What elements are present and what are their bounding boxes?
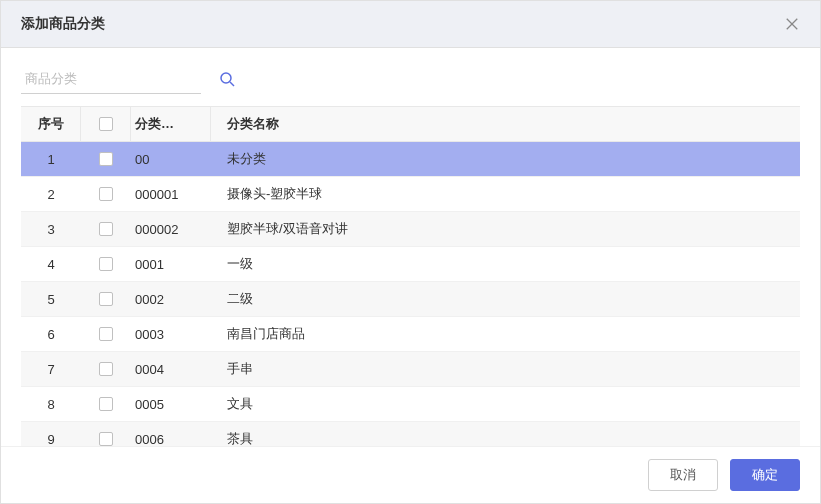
table-body[interactable]: 100未分类2000001摄像头-塑胶半球3000002塑胶半球/双语音对讲40… [21, 142, 800, 446]
row-code: 000002 [131, 214, 211, 245]
row-seq: 7 [21, 354, 81, 385]
dialog: 添加商品分类 序号 分类… [0, 0, 821, 504]
dialog-body: 序号 分类… 分类名称 100未分类2000001摄像头-塑胶半球3000002… [1, 48, 820, 446]
row-check-cell [81, 284, 131, 314]
row-code: 0002 [131, 284, 211, 315]
row-checkbox[interactable] [99, 327, 113, 341]
table: 序号 分类… 分类名称 100未分类2000001摄像头-塑胶半球3000002… [21, 106, 800, 446]
row-checkbox[interactable] [99, 222, 113, 236]
row-name: 未分类 [211, 142, 800, 176]
table-row[interactable]: 50002二级 [21, 282, 800, 317]
header-code: 分类… [131, 107, 211, 141]
table-row[interactable]: 100未分类 [21, 142, 800, 177]
row-seq: 1 [21, 144, 81, 175]
cancel-button[interactable]: 取消 [648, 459, 718, 491]
row-check-cell [81, 144, 131, 174]
table-row[interactable]: 80005文具 [21, 387, 800, 422]
row-code: 0003 [131, 319, 211, 350]
row-code: 000001 [131, 179, 211, 210]
search-icon[interactable] [219, 71, 235, 87]
row-seq: 8 [21, 389, 81, 420]
search-row [21, 64, 800, 94]
svg-line-3 [230, 82, 234, 86]
dialog-header: 添加商品分类 [1, 1, 820, 48]
row-code: 0006 [131, 424, 211, 447]
header-name: 分类名称 [211, 107, 800, 141]
table-header: 序号 分类… 分类名称 [21, 107, 800, 142]
row-name: 南昌门店商品 [211, 317, 800, 351]
row-name: 一级 [211, 247, 800, 281]
table-row[interactable]: 40001一级 [21, 247, 800, 282]
row-checkbox[interactable] [99, 397, 113, 411]
row-name: 塑胶半球/双语音对讲 [211, 212, 800, 246]
row-check-cell [81, 214, 131, 244]
row-check-cell [81, 354, 131, 384]
table-row[interactable]: 60003南昌门店商品 [21, 317, 800, 352]
row-name: 二级 [211, 282, 800, 316]
row-seq: 4 [21, 249, 81, 280]
header-check [81, 107, 131, 141]
row-checkbox[interactable] [99, 292, 113, 306]
row-code: 00 [131, 144, 211, 175]
row-name: 手串 [211, 352, 800, 386]
row-check-cell [81, 319, 131, 349]
search-input[interactable] [21, 64, 201, 94]
row-checkbox[interactable] [99, 432, 113, 446]
row-code: 0005 [131, 389, 211, 420]
row-check-cell [81, 179, 131, 209]
dialog-title: 添加商品分类 [21, 15, 105, 33]
row-checkbox[interactable] [99, 362, 113, 376]
confirm-button[interactable]: 确定 [730, 459, 800, 491]
row-check-cell [81, 249, 131, 279]
row-checkbox[interactable] [99, 152, 113, 166]
row-code: 0004 [131, 354, 211, 385]
dialog-footer: 取消 确定 [1, 446, 820, 503]
row-name: 茶具 [211, 422, 800, 446]
row-check-cell [81, 389, 131, 419]
table-row[interactable]: 90006茶具 [21, 422, 800, 446]
row-seq: 2 [21, 179, 81, 210]
table-row[interactable]: 70004手串 [21, 352, 800, 387]
row-seq: 3 [21, 214, 81, 245]
row-name: 摄像头-塑胶半球 [211, 177, 800, 211]
svg-point-2 [221, 73, 231, 83]
row-name: 文具 [211, 387, 800, 421]
row-checkbox[interactable] [99, 187, 113, 201]
row-check-cell [81, 424, 131, 446]
row-code: 0001 [131, 249, 211, 280]
select-all-checkbox[interactable] [99, 117, 113, 131]
row-seq: 6 [21, 319, 81, 350]
row-seq: 9 [21, 424, 81, 447]
row-seq: 5 [21, 284, 81, 315]
header-seq: 序号 [21, 107, 81, 141]
close-icon[interactable] [784, 16, 800, 32]
row-checkbox[interactable] [99, 257, 113, 271]
table-row[interactable]: 3000002塑胶半球/双语音对讲 [21, 212, 800, 247]
table-row[interactable]: 2000001摄像头-塑胶半球 [21, 177, 800, 212]
